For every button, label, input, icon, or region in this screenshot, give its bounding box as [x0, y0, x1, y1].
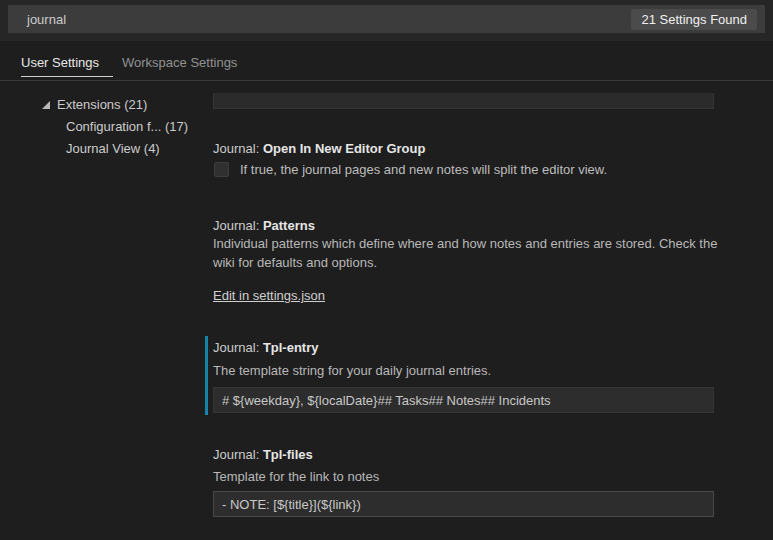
setting-name: Tpl-entry — [263, 340, 319, 355]
setting-prefix: Journal: — [213, 141, 263, 156]
active-tab-underline — [21, 76, 113, 77]
setting-description: Individual patterns which define where a… — [213, 234, 738, 272]
edit-in-settings-json-link[interactable]: Edit in settings.json — [213, 288, 325, 303]
twistie-expanded-icon[interactable] — [42, 101, 50, 109]
setting-description: Template for the link to notes — [213, 467, 379, 486]
setting-title-open-in-new-editor-group: Journal: Open In New Editor Group — [213, 141, 425, 156]
tpl-entry-input[interactable] — [213, 387, 714, 413]
tree-item-configuration[interactable]: Configuration f... (17) — [66, 118, 188, 136]
setting-name: Tpl-files — [263, 447, 313, 462]
setting-prefix: Journal: — [213, 447, 263, 462]
modified-setting-indicator — [205, 336, 208, 415]
tpl-files-input[interactable] — [213, 491, 714, 517]
setting-name: Open In New Editor Group — [263, 141, 426, 156]
setting-prefix: Journal: — [213, 340, 263, 355]
setting-description: The template string for your daily journ… — [213, 361, 491, 380]
setting-name: Patterns — [263, 218, 315, 233]
tree-item-extensions[interactable]: Extensions (21) — [57, 96, 147, 114]
results-count-badge: 21 Settings Found — [631, 9, 757, 30]
settings-editor: journal 21 Settings Found User Settings … — [0, 0, 773, 540]
tab-workspace-settings[interactable]: Workspace Settings — [122, 53, 237, 77]
tree-item-label: Journal View (4) — [66, 141, 160, 156]
tab-user-settings[interactable]: User Settings — [21, 53, 99, 77]
setting-title-patterns: Journal: Patterns — [213, 218, 315, 233]
setting-prefix: Journal: — [213, 218, 263, 233]
tree-item-journal-view[interactable]: Journal View (4) — [66, 140, 160, 158]
setting-description: If true, the journal pages and new notes… — [240, 161, 607, 178]
tabs-divider — [0, 80, 773, 81]
tree-item-label: Configuration f... (17) — [66, 119, 188, 134]
settings-search-input[interactable]: journal 21 Settings Found — [8, 5, 765, 33]
search-header: journal 21 Settings Found — [0, 0, 773, 41]
tree-item-label: Extensions (21) — [57, 97, 147, 112]
setting-title-tpl-entry: Journal: Tpl-entry — [213, 340, 319, 355]
clipped-setting-input[interactable] — [213, 93, 714, 109]
setting-title-tpl-files: Journal: Tpl-files — [213, 447, 313, 462]
open-in-new-editor-group-checkbox[interactable] — [214, 162, 229, 177]
